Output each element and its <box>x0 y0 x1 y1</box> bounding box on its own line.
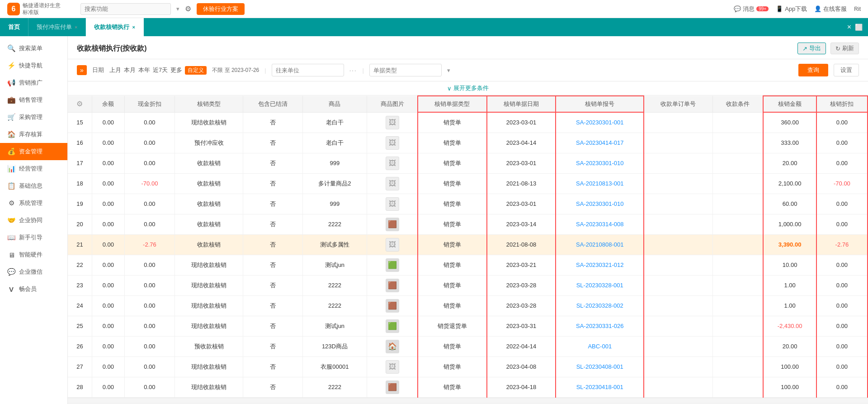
bill-no-link[interactable]: SA-20230314-008 <box>576 221 624 228</box>
table-row: 19 0.00 0.00 收款核销 否 999 🖼 销货单 2023-03-01… <box>68 194 868 214</box>
cell-bill-date: 2022-04-14 <box>487 336 556 356</box>
expand-more-btn[interactable]: ∨ 展开更多条件 <box>447 84 489 92</box>
sidebar-item-wechat[interactable]: 💬 企业微信 <box>0 263 67 280</box>
partner-input[interactable] <box>272 64 344 76</box>
sidebar-item-sales[interactable]: 💼 销售管理 <box>0 91 67 109</box>
cell-writeoff-type: 收款核销 <box>175 234 243 255</box>
sidebar-item-label: 快捷导航 <box>19 62 42 70</box>
cell-product-img: 🟫 <box>367 295 418 316</box>
sidebar-item-purchase[interactable]: 🛒 采购管理 <box>0 109 67 126</box>
bill-no-link[interactable]: SL-20230408-001 <box>576 363 623 370</box>
cell-writeoff-amount: 360.00 <box>763 112 816 133</box>
industry-btn[interactable]: 休验行业方案 <box>197 3 245 15</box>
tab-writeoff[interactable]: 收款核销执行 × <box>86 18 143 36</box>
cell-bill-date: 2023-03-01 <box>487 194 556 214</box>
cell-balance: 0.00 <box>92 153 124 173</box>
doc-type-input[interactable] <box>369 64 442 76</box>
sidebar-item-operations[interactable]: 📊 经营管理 <box>0 160 67 177</box>
export-btn[interactable]: ↗ 导出 <box>797 43 826 54</box>
cell-writeoff-discount: 0.00 <box>816 275 868 295</box>
bill-no-link[interactable]: SL-20230328-002 <box>576 302 623 309</box>
refresh-icon: ↻ <box>835 45 840 52</box>
sidebar-item-guide[interactable]: 📖 新手引导 <box>0 229 67 246</box>
date-links: 上月 本月 本年 近7天 更多 自定义 <box>109 66 207 75</box>
collab-icon: 🤝 <box>7 216 15 224</box>
cell-bill-type: 销货单 <box>418 194 487 214</box>
table-row: 24 0.00 0.00 现结收款核销 否 2222 🟫 销货单 2023-03… <box>68 295 868 316</box>
cell-receipt-order-no <box>644 133 712 153</box>
cell-bill-no: SA-20210813-001 <box>556 173 644 194</box>
cell-balance: 0.00 <box>92 356 124 377</box>
tab-prepay-close[interactable]: × <box>75 24 77 30</box>
cell-cash-discount: 0.00 <box>124 295 175 316</box>
tab-home[interactable]: 首页 <box>0 18 28 36</box>
col-settings-header[interactable]: ⚙ <box>68 96 92 112</box>
app-icon: 📱 <box>776 5 783 12</box>
sidebar-item-hardware[interactable]: 🖥 智能硬件 <box>0 246 67 263</box>
sidebar-item-quicknav[interactable]: ⚡ 快捷导航 <box>0 57 67 74</box>
sidebar-item-basic-info[interactable]: 📋 基础信息 <box>0 177 67 195</box>
sidebar-item-label: 基础信息 <box>19 182 42 190</box>
cell-product: 2222 <box>302 275 367 295</box>
date-7days[interactable]: 近7天 <box>153 66 168 74</box>
doc-type-dropdown-icon[interactable]: ▾ <box>447 67 450 74</box>
cell-id: 23 <box>68 275 92 295</box>
setting-btn[interactable]: 设置 <box>834 64 859 76</box>
date-last-month[interactable]: 上月 <box>109 66 121 74</box>
cell-product: 2222 <box>302 295 367 316</box>
search-icon: 🔍 <box>7 44 15 52</box>
bill-no-link[interactable]: SA-20230321-012 <box>576 261 624 268</box>
query-btn[interactable]: 查询 <box>798 64 828 76</box>
sidebar-item-collab[interactable]: 🤝 企业协同 <box>0 212 67 229</box>
cell-bill-type: 销货单 <box>418 356 487 377</box>
tab-writeoff-close[interactable]: × <box>132 24 135 30</box>
cell-writeoff-discount: 0.00 <box>816 316 868 336</box>
bill-no-link[interactable]: SA-20230301-010 <box>576 160 624 166</box>
col-receipt-order-header: 收款单订单号 <box>644 96 712 112</box>
bill-no-link[interactable]: SL-20230418-001 <box>576 384 623 390</box>
sidebar-item-search[interactable]: 🔍 搜索菜单 <box>0 40 67 57</box>
tab-prepay[interactable]: 预付冲应付单 × <box>28 18 86 36</box>
close-window-icon[interactable]: × <box>847 23 851 31</box>
refresh-btn[interactable]: ↻ 刷新 <box>830 43 859 54</box>
cell-bill-type: 销货单 <box>418 275 487 295</box>
product-img-placeholder: 🟫 <box>386 279 399 292</box>
date-this-month[interactable]: 本月 <box>124 66 136 74</box>
top-search-input[interactable] <box>80 3 171 15</box>
sidebar-item-marketing[interactable]: 📢 营销推广 <box>0 74 67 91</box>
bill-no-link[interactable]: SA-20230301-010 <box>576 200 624 207</box>
table-row: 16 0.00 0.00 预付冲应收 否 老白干 🖼 销货单 2023-04-1… <box>68 133 868 153</box>
sidebar-item-finance[interactable]: 💰 资金管理 <box>0 143 67 160</box>
hardware-icon: 🖥 <box>7 251 15 259</box>
bill-no-link[interactable]: SL-20230328-001 <box>576 282 623 289</box>
bill-no-link[interactable]: SA-20210813-001 <box>576 180 624 187</box>
sidebar-item-inventory[interactable]: 🏠 库存核算 <box>0 126 67 143</box>
expand-btn[interactable]: » <box>77 65 87 75</box>
date-more[interactable]: 更多 <box>170 66 182 74</box>
table-row: 25 0.00 0.00 现结收款核销 否 测试jun 🟩 销货退货单 2023… <box>68 316 868 336</box>
service-icon: 👤 <box>814 5 821 12</box>
cell-id: 17 <box>68 153 92 173</box>
dropdown-arrow-icon[interactable]: ▾ <box>176 5 179 12</box>
cell-balance: 0.00 <box>92 194 124 214</box>
bill-no-link[interactable]: SA-20230331-026 <box>576 323 624 329</box>
sidebar-item-member[interactable]: V 畅会员 <box>0 280 67 298</box>
date-custom[interactable]: 自定义 <box>185 66 207 75</box>
bill-no-link[interactable]: SA-20230414-017 <box>576 139 624 146</box>
cell-cash-discount: 0.00 <box>124 255 175 275</box>
date-this-year[interactable]: 本年 <box>138 66 150 74</box>
bill-no-link[interactable]: SA-20230301-001 <box>576 119 624 126</box>
app-download-btn[interactable]: 📱 App下载 <box>776 5 807 13</box>
online-service-btn[interactable]: 👤 在线客服 <box>814 5 847 13</box>
message-icon: 💬 <box>734 5 741 12</box>
filter-dots: ··· <box>349 67 357 74</box>
sidebar-item-system[interactable]: ⚙ 系统管理 <box>0 195 67 212</box>
bill-no-link[interactable]: ABC-001 <box>588 343 612 350</box>
messages-btn[interactable]: 💬 消息 99+ <box>734 5 769 13</box>
logo-icon: 6 <box>7 3 20 15</box>
cell-bill-type: 销货单 <box>418 133 487 153</box>
settings-icon[interactable]: ⚙ <box>185 5 191 13</box>
maximize-icon[interactable]: ⬜ <box>855 24 863 31</box>
bill-no-link[interactable]: SA-20210808-001 <box>576 241 624 248</box>
cell-bill-no: SA-20210808-001 <box>556 234 644 255</box>
